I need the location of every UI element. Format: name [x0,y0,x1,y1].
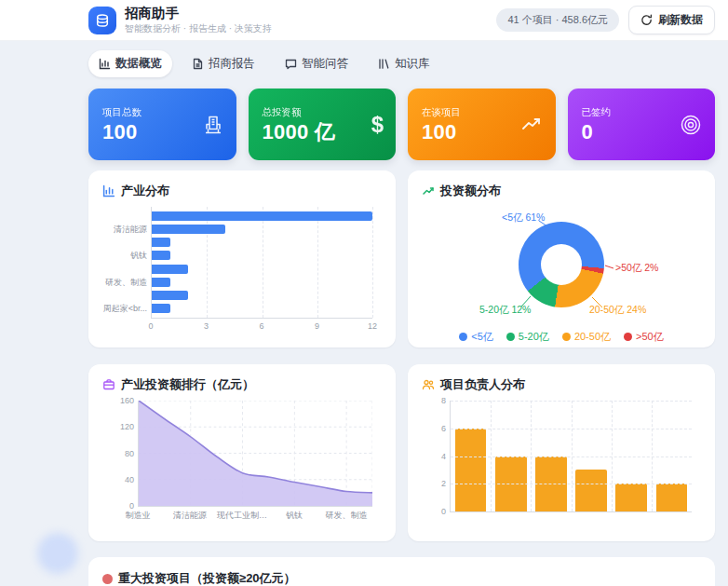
area-xlabels: 制造业清洁能源现代工业制…钒钛研发、制造 [138,507,372,520]
legend-label: >50亿 [636,330,664,344]
tab-knowledge-base[interactable]: 知识库 [368,50,440,77]
gridline-vertical [572,401,573,511]
x-tick-label: 3 [204,321,209,331]
y-tick-label: 120 [120,422,134,431]
refresh-button[interactable]: 刷新数据 [628,6,715,34]
charts-grid: 产业分布 清洁能源钒钛研发、制造周起家<br... 036912 投资额分布 [88,170,715,541]
briefcase-icon [102,378,115,391]
dollar-icon: $ [371,112,384,138]
industry-bars-plot[interactable]: 清洁能源钒钛研发、制造周起家<br... [151,207,372,319]
bar [152,265,188,274]
bar [152,304,170,313]
chart-title-row: 项目负责人分布 [422,376,701,393]
x-category-label: 现代工业制… [217,510,267,522]
x-tick-label: 0 [148,321,153,331]
area-chart-plot[interactable]: 04080120160 [138,401,372,507]
bar-row [152,291,372,300]
chart-title-row: 产业投资额排行（亿元） [102,376,382,393]
lead-bars-plot[interactable]: 02468 [450,401,692,512]
major-projects-card: 重大投资项目（投资额≥20亿元） [88,557,715,586]
refresh-icon [640,14,653,26]
legend-item[interactable]: >50亿 [624,330,664,344]
x-category-label: 研发、制造 [326,510,368,522]
dashboard-main: 数据概览 招商报告 智能问答 知识库 [0,41,728,586]
gridline-vertical [612,401,613,511]
chat-icon [285,58,297,70]
area-chart-svg [139,401,372,506]
bar-category-label: 钒钛 [130,250,147,262]
gridline-vertical [531,401,532,511]
legend-item[interactable]: <5亿 [459,330,493,344]
y-tick-label: 160 [120,396,134,405]
stat-value: 1000 亿 [263,122,383,143]
tab-investment-report[interactable]: 招商报告 [182,50,265,77]
bar-row [152,211,372,221]
legend-item[interactable]: 5-20亿 [506,330,549,344]
bar [152,251,170,260]
bar-row: 研发、制造 [152,278,372,287]
stat-label: 总投资额 [263,106,383,119]
donut-ring[interactable] [519,222,604,307]
gridline-vertical [491,401,492,511]
stat-card-signed: 已签约 0 [568,89,716,160]
legend-label: 20-50亿 [574,330,611,344]
app-brand: 招商助手 智能数据分析 · 报告生成 · 决策支持 [88,5,272,34]
x-tick-label: 12 [368,321,377,331]
gridline-vertical [372,207,373,318]
bar-category-label: 周起家<br... [103,302,147,314]
bar [152,238,170,247]
legend-dot [459,333,467,341]
tab-label: 数据概览 [115,56,162,72]
chart-title: 产业投资额排行（亿元） [121,376,254,393]
chart-title: 项目负责人分布 [440,376,525,393]
legend-label: 5-20亿 [519,330,549,344]
bar [615,484,647,511]
gridline-vertical [652,401,653,511]
bar-row: 清洁能源 [152,225,372,234]
bar-row [152,238,372,247]
y-tick-label: 6 [441,424,446,433]
bar-row: 周起家<br... [152,304,372,313]
app-title-block: 招商助手 智能数据分析 · 报告生成 · 决策支持 [125,5,272,34]
y-tick-label: 2 [441,479,446,488]
chart-title: 产业分布 [121,183,169,199]
stat-card-total-investment: 总投资额 1000 亿 $ [249,89,397,160]
x-tick-label: 6 [259,321,263,331]
chart-card-industry-investment-ranking: 产业投资额排行（亿元） 04080120160 制造业清洁能源现代工业制…钒钛研… [88,364,396,541]
summary-badge: 41 个项目 · 458.6亿元 [496,8,619,32]
stat-card-total-projects: 项目总数 100 [88,89,236,160]
donut-hole [541,244,582,285]
major-projects-title: 重大投资项目（投资额≥20亿元） [118,570,296,586]
tab-label: 知识库 [395,56,430,72]
y-tick-label: 4 [441,452,446,461]
tab-data-overview[interactable]: 数据概览 [88,50,172,77]
gridline-vertical [207,207,208,318]
book-icon [378,58,390,70]
tab-smart-qa[interactable]: 智能问答 [275,50,358,77]
donut-callout-gt50: >50亿 2% [615,262,658,275]
database-icon [88,7,116,34]
document-icon [192,58,204,70]
target-icon [679,113,703,137]
bar-row [152,265,372,274]
decorative-blur-circle [37,533,78,574]
pie-legend: <5亿5-20亿20-50亿>50亿 [422,330,701,344]
legend-dot [562,333,571,341]
bar-category-label: 清洁能源 [114,224,147,236]
legend-item[interactable]: 20-50亿 [562,330,611,344]
chart-card-investment-distribution: 投资额分布 <5亿 61% >50亿 2% 20-50亿 24% 5-20亿 1… [408,170,715,348]
major-projects-title-row: 重大投资项目（投资额≥20亿元） [102,570,701,586]
gridline-vertical [263,207,263,318]
chart-title-row: 投资额分布 [422,183,701,199]
y-tick-label: 40 [125,475,134,484]
users-icon [422,378,435,391]
investment-donut-chart[interactable]: <5亿 61% >50亿 2% 20-50亿 24% 5-20亿 12% [422,207,701,324]
bar-chart-icon [102,184,115,198]
tab-label: 智能问答 [302,56,348,72]
bar [152,225,225,234]
red-dot-icon [102,574,113,584]
x-category-label: 清洁能源 [173,510,207,522]
bar-row: 钒钛 [152,251,372,260]
gridline-vertical [317,207,318,318]
legend-dot [624,333,632,341]
